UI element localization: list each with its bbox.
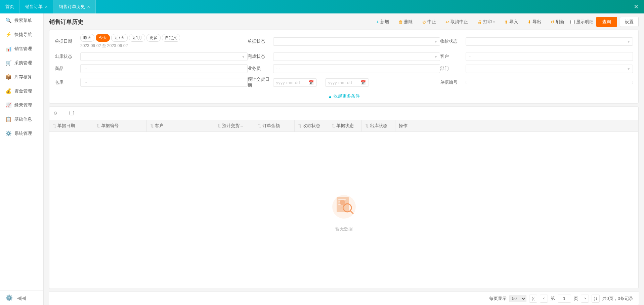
export-btn-label: 导出 <box>532 19 541 25</box>
th-amount[interactable]: ⇅ 订单金额 <box>254 120 295 131</box>
warehouse-input[interactable]: ··· <box>80 78 248 87</box>
tab-sales-history[interactable]: 销售订单历史 ✕ <box>53 0 96 13</box>
date-btn-yesterday[interactable]: 昨天 <box>80 34 94 42</box>
tab-sales-order[interactable]: 销售订单 ✕ <box>20 0 53 13</box>
th-delivery[interactable]: ⇅ 预计交货... <box>214 120 254 131</box>
collapse-up-icon: ▲ <box>328 94 332 99</box>
th-amount-sort-icon: ⇅ <box>258 123 261 128</box>
sidebar-item-basic[interactable]: 📋 基础信息 <box>0 112 43 126</box>
tab-sales-order-close[interactable]: ✕ <box>45 5 48 9</box>
sidebar-item-management[interactable]: 📈 经营管理 <box>0 98 43 112</box>
th-receipt[interactable]: ⇅ 收款状态 <box>295 120 328 131</box>
sidebar-item-finance[interactable]: 💰 资金管理 <box>0 84 43 98</box>
th-ops-label: 操作 <box>399 123 407 129</box>
th-stock[interactable]: ⇅ 出库状态 <box>362 120 395 131</box>
set-button[interactable]: 设置 <box>620 17 639 27</box>
purchase-icon: 🛒 <box>5 60 12 66</box>
department-label: 部门 <box>440 66 464 72</box>
calendar-end-icon[interactable]: 📅 <box>360 80 366 85</box>
complete-select[interactable]: ▾ <box>273 52 440 61</box>
sidebar-item-quicknav[interactable]: ⚡ 快捷导航 <box>0 28 43 42</box>
th-customer[interactable]: ⇅ 客户 <box>147 120 214 131</box>
th-status[interactable]: ⇅ 单据状态 <box>328 120 362 131</box>
sidebar-item-sales[interactable]: 📊 销售管理 <box>0 42 43 56</box>
import-button[interactable]: ⬆ 导入 <box>501 17 521 27</box>
delete-btn-label: 删除 <box>404 19 413 25</box>
product-input[interactable]: ··· <box>80 64 248 73</box>
delivery-start-input[interactable]: yyyy-mm-dd 📅 <box>273 78 317 87</box>
print-button[interactable]: 🖨 打印 ▾ <box>474 17 498 27</box>
empty-illustration <box>327 188 361 222</box>
collapse-bar[interactable]: ▲ 收起更多条件 <box>55 92 633 99</box>
status-select[interactable]: ▾ <box>273 37 440 46</box>
query-button[interactable]: 查询 <box>596 17 617 27</box>
stock-out-select[interactable]: ▾ <box>80 52 248 61</box>
customer-input[interactable]: ··· <box>466 52 633 61</box>
th-stock-sort-icon: ⇅ <box>365 123 369 128</box>
th-amount-label: 订单金额 <box>262 123 280 129</box>
select-all-checkbox[interactable] <box>70 111 74 115</box>
import-icon: ⬆ <box>504 20 508 25</box>
cancel-stop-button[interactable]: ↩ 取消中止 <box>442 17 471 27</box>
product-dots: ··· <box>83 66 87 71</box>
th-date-label: 单据日期 <box>57 123 75 129</box>
salesman-dots: ··· <box>276 66 280 71</box>
new-button[interactable]: + 新增 <box>373 17 392 27</box>
department-select[interactable]: ▾ <box>466 65 633 73</box>
toolbar: + 新增 🗑 删除 ⊘ 中止 ↩ 取消中止 🖨 打印 <box>373 17 639 27</box>
bill-num-input[interactable] <box>466 81 633 84</box>
th-num[interactable]: ⇅ 单据编号 <box>93 120 147 131</box>
page-size-label: 每页显示 <box>489 296 507 302</box>
sidebar: 🔍 搜索菜单 ⚡ 快捷导航 📊 销售管理 🛒 采购管理 📦 库存核算 💰 资金管… <box>0 13 44 305</box>
delivery-end-placeholder: yyyy-mm-dd <box>328 80 352 85</box>
empty-text: 暂无数据 <box>335 226 353 232</box>
first-page-btn[interactable]: ⟨⟨ <box>529 295 537 303</box>
settings-icon[interactable]: ⚙ <box>53 111 67 116</box>
receipt-select[interactable]: ▾ <box>466 37 633 46</box>
date-btn-today[interactable]: 今天 <box>96 34 110 42</box>
filter-row-3: 商品 ··· 业务员 ··· 部门 ▾ <box>55 64 633 73</box>
export-button[interactable]: ⬇ 导出 <box>524 17 545 27</box>
date-btn-custom[interactable]: 自定义 <box>162 34 180 42</box>
show-detail-checkbox[interactable]: 显示明细 <box>570 19 594 25</box>
collapse-sidebar-icon[interactable]: ◀◀ <box>17 294 26 302</box>
salesman-label: 业务员 <box>248 66 271 72</box>
delivery-end-input[interactable]: yyyy-mm-dd 📅 <box>325 78 369 87</box>
collapse-label: 收起更多条件 <box>334 93 360 99</box>
delete-button[interactable]: 🗑 删除 <box>395 17 416 27</box>
window-close-btn[interactable]: ✕ <box>628 3 644 10</box>
sidebar-item-system[interactable]: ⚙️ 系统管理 <box>0 126 43 141</box>
sidebar-item-search[interactable]: 🔍 搜索菜单 <box>0 13 43 28</box>
th-stock-label: 出库状态 <box>370 123 387 129</box>
calendar-start-icon[interactable]: 📅 <box>308 80 314 85</box>
date-btn-1month[interactable]: 近1月 <box>129 34 145 42</box>
filter-row-2: 出库状态 ▾ 完成状态 ▾ 客户 ··· <box>55 52 633 61</box>
th-ops: 操作 <box>395 120 638 131</box>
th-status-label: 单据状态 <box>336 123 354 129</box>
stop-button[interactable]: ⊘ 中止 <box>419 17 439 27</box>
tab-home[interactable]: 首页 <box>0 0 20 13</box>
sidebar-item-purchase[interactable]: 🛒 采购管理 <box>0 56 43 70</box>
th-date-sort-icon: ⇅ <box>53 123 56 128</box>
next-page-btn[interactable]: ＞ <box>581 295 589 303</box>
page-number-input[interactable] <box>558 295 571 303</box>
tab-home-label: 首页 <box>5 4 14 10</box>
refresh-button[interactable]: ↺ 刷新 <box>547 17 568 27</box>
show-detail-input[interactable] <box>570 20 575 24</box>
date-btn-more[interactable]: 更多 <box>146 34 161 42</box>
settings-bottom-icon[interactable]: ⚙️ <box>5 294 13 302</box>
show-detail-label: 显示明细 <box>576 19 594 25</box>
sidebar-item-inventory[interactable]: 📦 库存核算 <box>0 70 43 84</box>
th-date[interactable]: ⇅ 单据日期 <box>49 120 93 131</box>
product-label: 商品 <box>55 66 78 72</box>
sidebar-item-system-label: 系统管理 <box>14 130 32 137</box>
date-btn-7days[interactable]: 近7天 <box>111 34 128 42</box>
search-icon: 🔍 <box>5 17 12 24</box>
page-size-select[interactable]: 50 20 100 <box>509 295 526 302</box>
last-page-btn[interactable]: ⟩⟩ <box>592 295 600 303</box>
table-header: ⇅ 单据日期 ⇅ 单据编号 ⇅ 客户 ⇅ 预计交货... ⇅ 订单金额 <box>49 120 638 132</box>
salesman-input[interactable]: ··· <box>273 64 440 73</box>
tab-sales-history-close[interactable]: ✕ <box>87 5 90 9</box>
sidebar-item-management-label: 经营管理 <box>14 102 32 108</box>
prev-page-btn[interactable]: ＜ <box>540 295 548 303</box>
